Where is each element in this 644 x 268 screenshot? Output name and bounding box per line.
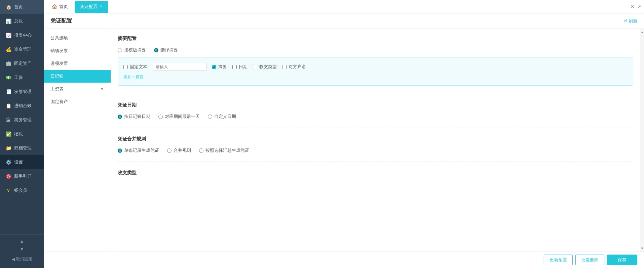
main-area: 🏠 首页 凭证配置 ✕ ✕ ⤢ 凭证配置 ↺ 刷新 公共选项 销项发票	[44, 0, 644, 268]
pin-icon: ◀	[12, 257, 15, 262]
checkbox-counterparty[interactable]: 对方户名	[282, 64, 306, 70]
assets-icon: 🏢	[5, 61, 11, 66]
radio-period-last[interactable]: 对应期间最后一天	[158, 114, 200, 120]
home-tab-icon: 🏠	[52, 4, 57, 9]
window-controls: ✕ ⤢	[631, 4, 641, 9]
sidebar-scroll-down[interactable]: ▼	[0, 245, 44, 253]
summary-example: 例如：摘要	[123, 74, 628, 80]
sidebar-item-archive[interactable]: 📁 归档管理	[0, 141, 44, 155]
sales-icon: 📋	[5, 103, 11, 108]
ledger-icon: 📊	[5, 18, 11, 24]
radio-template-summary[interactable]: 按模版摘要	[118, 47, 146, 53]
checkbox-date[interactable]: 日期	[232, 64, 248, 70]
checkbox-summary[interactable]: 摘要	[212, 64, 227, 70]
batch-delete-button[interactable]: 批量删除	[575, 255, 604, 265]
radio-merge[interactable]: 合并规则	[167, 147, 191, 153]
refresh-button[interactable]: ↺ 刷新	[623, 18, 637, 24]
fixed-text-input[interactable]	[153, 63, 206, 71]
checkout-icon: ✅	[5, 131, 11, 137]
section-title-receipt: 收支类型	[118, 170, 633, 176]
right-scrollbar: ▲ ▼	[640, 29, 644, 252]
window-expand-button[interactable]: ⤢	[637, 4, 641, 9]
summary-checkbox-row: 固定文本 摘要 日期 收支类型	[123, 63, 628, 71]
content-wrapper: 公共选项 销项发票 进项发票 日记账 工资表 ▼ 固定资产 摘要配置	[44, 29, 644, 252]
section-voucher-date: 凭证日期 按日记账日期 对应期间最后一天 自定义日期	[118, 102, 633, 128]
invoice-icon: 🧾	[5, 89, 11, 94]
sidebar-item-vip[interactable]: V 畅会员	[0, 183, 44, 197]
radio-journal-date[interactable]: 按日记账日期	[118, 114, 150, 120]
scroll-up-arrow[interactable]: ▲	[640, 30, 644, 35]
radio-summary[interactable]: 按照选择汇总生成凭证	[199, 147, 249, 153]
section-title-date: 凭证日期	[118, 102, 633, 108]
sidebar-item-home[interactable]: 🏠 首页	[0, 0, 44, 14]
nav-item-common[interactable]: 公共选项	[44, 32, 111, 44]
sidebar-item-invoice[interactable]: 🧾 发票管理	[0, 85, 44, 99]
sidebar-scroll-up[interactable]: ▲	[0, 237, 44, 245]
section-summary-config: 摘要配置 按模版摘要 选择摘要 固定文本	[118, 36, 633, 94]
settings-icon: ⚙️	[5, 160, 11, 165]
nav-item-sales-invoice[interactable]: 销项发票	[44, 44, 111, 57]
cancel-fixed-button[interactable]: ◀ 取消固定	[0, 253, 44, 265]
sidebar-item-salary[interactable]: 💵 工资	[0, 71, 44, 85]
sidebar-item-tax[interactable]: 🏛 税务管理	[0, 113, 44, 127]
home-icon: 🏠	[5, 4, 11, 10]
sidebar-item-reports[interactable]: 📈 报表中心	[0, 28, 44, 42]
radio-custom-date[interactable]: 自定义日期	[208, 114, 236, 120]
tab-config[interactable]: 凭证配置 ✕	[75, 1, 108, 13]
radio-single[interactable]: 单条记录生成凭证	[118, 147, 159, 153]
nav-item-fixed-assets[interactable]: 固定资产	[44, 95, 111, 108]
summary-config-box: 固定文本 摘要 日期 收支类型	[118, 57, 633, 86]
checkbox-fixed-text[interactable]: 固定文本	[123, 64, 147, 70]
nav-item-purchase-invoice[interactable]: 进项发票	[44, 57, 111, 70]
sidebar-item-funds[interactable]: 💰 资金管理	[0, 42, 44, 56]
date-radio-group: 按日记账日期 对应期间最后一天 自定义日期	[118, 114, 633, 120]
tax-icon: 🏛	[5, 117, 11, 123]
sidebar-item-sales[interactable]: 📋 进销台账	[0, 99, 44, 113]
page-title: 凭证配置	[50, 17, 72, 25]
tab-close-button[interactable]: ✕	[100, 4, 103, 9]
checkbox-income-type[interactable]: 收支类型	[253, 64, 277, 70]
section-title-summary: 摘要配置	[118, 36, 633, 42]
sidebar-item-assets[interactable]: 🏢 固定资产	[0, 56, 44, 71]
radio-select-summary[interactable]: 选择摘要	[154, 47, 178, 53]
funds-icon: 💰	[5, 47, 11, 52]
scroll-down-arrow[interactable]: ▼	[640, 246, 644, 251]
bottom-bar: 更新预置 批量删除 保存	[44, 252, 644, 268]
nav-item-payroll[interactable]: 工资表 ▼	[44, 83, 111, 95]
right-content: 摘要配置 按模版摘要 选择摘要 固定文本	[111, 29, 640, 252]
archive-icon: 📁	[5, 145, 11, 151]
nav-item-journal[interactable]: 日记账	[44, 70, 111, 83]
update-preview-button[interactable]: 更新预置	[544, 255, 573, 265]
sidebar-item-guide[interactable]: 🎯 新手引导	[0, 169, 44, 183]
sidebar: 🏠 首页 📊 总账 📈 报表中心 💰 资金管理 🏢 固定资产 💵 工资 🧾 发票…	[0, 0, 44, 268]
summary-radio-group: 按模版摘要 选择摘要	[118, 47, 633, 53]
merge-radio-group: 单条记录生成凭证 合并规则 按照选择汇总生成凭证	[118, 147, 633, 153]
reports-icon: 📈	[5, 33, 11, 38]
salary-icon: 💵	[5, 75, 11, 80]
tab-bar: 🏠 首页 凭证配置 ✕ ✕ ⤢	[44, 0, 644, 13]
tab-home[interactable]: 🏠 首页	[46, 1, 73, 13]
sidebar-item-ledger[interactable]: 📊 总账	[0, 14, 44, 28]
section-title-merge: 凭证合并规则	[118, 136, 633, 142]
page-header: 凭证配置 ↺ 刷新	[44, 13, 644, 29]
guide-icon: 🎯	[5, 174, 11, 179]
save-button[interactable]: 保存	[607, 255, 637, 265]
window-close-button[interactable]: ✕	[631, 4, 635, 9]
sidebar-item-checkout[interactable]: ✅ 结账	[0, 127, 44, 141]
refresh-icon: ↺	[623, 18, 627, 24]
section-voucher-merge: 凭证合并规则 单条记录生成凭证 合并规则 按照选择汇总生成凭证	[118, 136, 633, 162]
section-receipt-type: 收支类型	[118, 170, 633, 189]
sidebar-item-settings[interactable]: ⚙️ 设置	[0, 155, 44, 169]
vip-icon: V	[5, 188, 11, 193]
chevron-icon: ▼	[100, 87, 104, 91]
left-nav: 公共选项 销项发票 进项发票 日记账 工资表 ▼ 固定资产	[44, 29, 111, 252]
